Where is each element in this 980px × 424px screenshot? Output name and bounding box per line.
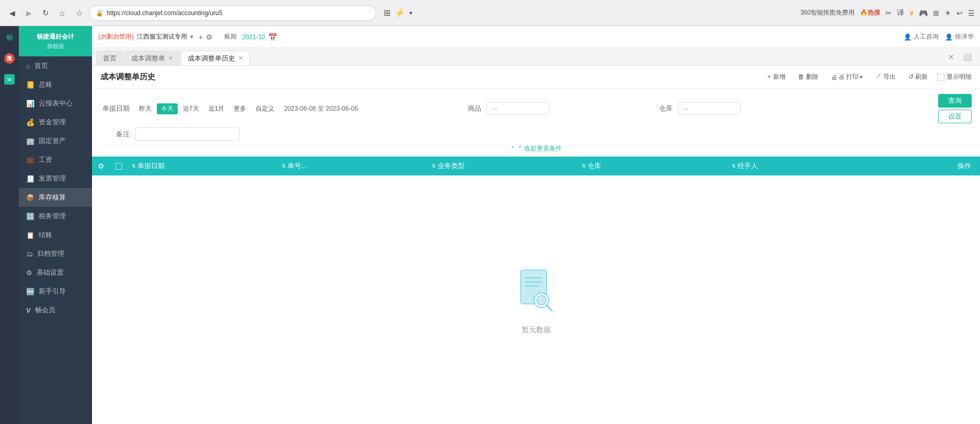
warehouse-filter-select[interactable]: ··· [678, 102, 741, 115]
warehouse-filter-label: 仓库 [659, 104, 673, 113]
nav-label-reports: 云报表中心 [39, 99, 73, 108]
delete-btn[interactable]: 🗑 删除 [793, 71, 824, 83]
add-company-icon[interactable]: + [199, 33, 203, 41]
export-btn[interactable]: ↗ 导出 [870, 71, 901, 83]
nav-item-settle[interactable]: 📋 结账 [19, 226, 92, 244]
nav-item-invoice[interactable]: 🧾 发票管理 [19, 169, 92, 188]
translate-icon[interactable]: 译 [897, 8, 904, 18]
bookmark-button[interactable]: ☆ [72, 6, 86, 20]
home-icon: ⌂ [26, 62, 30, 70]
th-checkbox[interactable] [110, 163, 128, 170]
menu-icon[interactable]: ☰ [968, 9, 975, 17]
nav-item-funds[interactable]: 💰 资金管理 [19, 113, 92, 132]
user-info[interactable]: 👤 徐泽华 [945, 32, 974, 41]
calendar-icon[interactable]: 📅 [268, 33, 277, 41]
icon-sidebar-app[interactable]: 畅 [0, 28, 19, 47]
archive-icon: 🗂 [26, 250, 33, 258]
icon-sidebar-weibo[interactable]: 微 [0, 49, 19, 68]
nav-item-tax[interactable]: 🔢 税务管理 [19, 207, 92, 226]
sun-icon[interactable]: ☀ [944, 9, 951, 17]
user-avatar-icon: 👤 [945, 33, 953, 41]
icon-sidebar-msg[interactable]: ✉ [0, 70, 19, 89]
company-name: 江西服宝测试专用 [137, 32, 187, 41]
warehouse-dots: ··· [683, 104, 689, 113]
filter-area: 单据日期 昨天 今天 近7天 近1月 更多 自定义 2023-06-06 至 2… [92, 89, 980, 157]
th-checkbox-box[interactable] [116, 163, 122, 170]
th-sort-up-date: ⇅ [132, 163, 136, 169]
goods-filter-select[interactable]: ··· [487, 102, 549, 115]
nav-item-ledger[interactable]: 📒 总账 [19, 75, 92, 94]
forward-button[interactable]: ▶ [22, 6, 36, 20]
invoice-icon: 🧾 [26, 175, 34, 183]
url-bar[interactable]: 🔒 https://cloud.chanjet.com/accounting/u… [89, 5, 376, 21]
nav-item-salary[interactable]: 💼 工资 [19, 150, 92, 169]
tab-cost-adjust-history[interactable]: 成本调整单历史 ✕ [181, 51, 250, 65]
th-number[interactable]: ⇅ 单号... [278, 161, 428, 171]
nav-item-guide[interactable]: 🆕 新手引导 [19, 282, 92, 301]
logo-main: 畅捷通好会计 [37, 32, 74, 41]
nav-label-invoice: 发票管理 [39, 174, 66, 183]
print-dropdown-icon[interactable]: ▾ [860, 74, 862, 80]
show-full-checkbox-group[interactable]: 显示明细 [937, 73, 972, 81]
smart-cutout-label[interactable]: 360智能抠图免费用 [800, 8, 855, 17]
scissors-icon[interactable]: ✂ [885, 9, 892, 17]
lock-icon: 🔒 [96, 9, 103, 17]
tab-home[interactable]: 首页 [96, 51, 123, 65]
top-header: (勿删勿禁用) 江西服宝测试专用 ▾ + ⚙ 账期 2021-10 📅 👤 人工… [92, 26, 980, 48]
undo-icon[interactable]: ↩ [956, 9, 963, 17]
date-btn-today[interactable]: 今天 [157, 103, 178, 114]
date-btn-7days[interactable]: 近7天 [179, 103, 203, 114]
icon-sidebar: 畅 微 ✉ [0, 26, 19, 424]
nav-item-member[interactable]: V 畅会员 [19, 301, 92, 320]
wallet-icon[interactable]: ¥ [909, 9, 914, 17]
th-date[interactable]: ⇅ 单据日期 [128, 161, 278, 171]
settings-gear-icon[interactable]: ⚙ [206, 33, 213, 41]
game-icon[interactable]: 🎮 [919, 9, 928, 17]
tab-maximize[interactable]: ⬜ [959, 53, 976, 61]
show-full-checkbox[interactable] [937, 74, 944, 81]
th-sort-up-number: ⇅ [282, 163, 286, 169]
collapse-label: ⌃ 收起更多条件 [517, 144, 562, 153]
grid-icon[interactable]: ⊞ [933, 9, 939, 17]
date-btn-more[interactable]: 更多 [229, 103, 250, 114]
new-btn[interactable]: + 新增 [762, 71, 790, 83]
url-text: https://cloud.chanjet.com/accounting/uru… [107, 9, 222, 17]
hot-search-label[interactable]: 🔥热搜 [860, 8, 880, 17]
th-biz-type[interactable]: ⇅ 业务类型 [428, 161, 578, 171]
date-btn-yesterday[interactable]: 昨天 [135, 103, 156, 114]
home-button[interactable]: ⌂ [55, 6, 69, 20]
nav-item-inventory[interactable]: 📦 库存核算 [19, 188, 92, 207]
nav-label-ledger: 总账 [39, 80, 52, 89]
th-warehouse[interactable]: ⇅ 仓库 [578, 161, 728, 171]
consultant-btn[interactable]: 👤 人工咨询 [904, 32, 939, 41]
date-btn-custom[interactable]: 自定义 [251, 103, 279, 114]
nav-item-archive[interactable]: 🗂 归档管理 [19, 244, 92, 263]
tab-close-all[interactable]: ✕ [944, 53, 959, 61]
tab-cost-adjust-history-close[interactable]: ✕ [238, 55, 243, 62]
refresh-btn[interactable]: ↺ 刷新 [903, 71, 933, 83]
remarks-filter-input[interactable] [135, 127, 239, 141]
nav-item-reports[interactable]: 📊 云报表中心 [19, 94, 92, 113]
query-btn[interactable]: 查询 [938, 94, 972, 108]
reload-button[interactable]: ↻ [39, 6, 52, 20]
company-dropdown-icon[interactable]: ▾ [190, 33, 193, 40]
date-btn-1month[interactable]: 近1月 [204, 103, 229, 114]
nav-label-funds: 资金管理 [39, 117, 66, 127]
goods-dots: ··· [491, 104, 498, 113]
settle-icon: 📋 [26, 231, 34, 239]
funds-icon: 💰 [26, 119, 34, 126]
tab-cost-adjust[interactable]: 成本调整单 ✕ [124, 51, 180, 65]
th-gear[interactable]: ⚙ [92, 162, 110, 170]
tab-cost-adjust-close[interactable]: ✕ [168, 55, 173, 62]
empty-state-icon [510, 265, 562, 317]
nav-label-settle: 结账 [39, 230, 52, 240]
nav-item-home[interactable]: ⌂ 首页 [19, 56, 92, 75]
nav-item-assets[interactable]: 🏢 固定资产 [19, 132, 92, 150]
collapse-filter-btn[interactable]: ⌃ ⌃ 收起更多条件 [100, 144, 972, 153]
print-icon: 🖨 [831, 74, 837, 81]
print-btn-group[interactable]: 🖨 🖨 打印 ▾ [826, 71, 868, 83]
back-button[interactable]: ◀ [5, 6, 19, 20]
th-operator[interactable]: ⇅ 经手人 [728, 161, 949, 171]
nav-item-base-settings[interactable]: ⚙ 基础设置 [19, 263, 92, 282]
settings-filter-btn[interactable]: 设置 [938, 110, 972, 123]
